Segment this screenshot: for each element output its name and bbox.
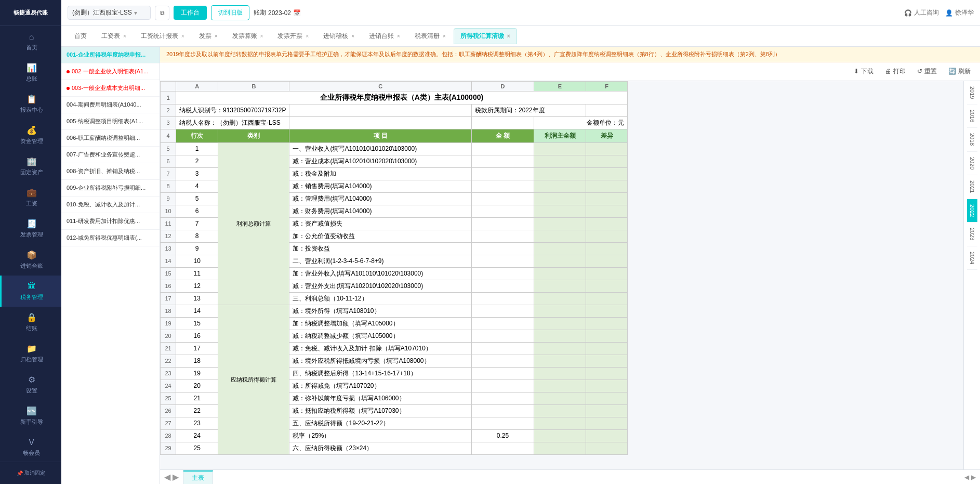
tab-close-icon[interactable]: × <box>507 33 510 39</box>
assets-icon: 🏢 <box>27 156 37 166</box>
tab-label: 进销稽核 <box>323 32 348 41</box>
invoice-icon: 🧾 <box>27 219 37 229</box>
download-icon: ⬇ <box>854 68 859 75</box>
title-row: 1企业所得税年度纳税申报表（A类）主表(A100000) <box>161 91 628 104</box>
refresh-button[interactable]: 🔄 刷新 <box>945 66 974 77</box>
col-header-a: A <box>176 81 218 91</box>
year-item-2022[interactable]: 2022 <box>967 199 977 223</box>
chevron-down-icon: ▾ <box>134 9 137 17</box>
copy-icon[interactable]: ⧉ <box>155 6 169 20</box>
tab-invoice_open[interactable]: 发票开票× <box>271 28 315 44</box>
left-panel-item-012[interactable]: 012-减免所得税优惠明细表(... <box>61 230 160 246</box>
company-selector[interactable]: (勿删）江西服宝-LSS ▾ <box>68 6 151 20</box>
title-cell: 企业所得税年度纳税申报表（A类）主表(A100000) <box>176 91 628 104</box>
sidebar-item-newguide[interactable]: 🆕新手引导 <box>0 400 61 431</box>
table-row: 1814应纳税所得额计算减：境外所得（填写A108010） <box>161 305 628 317</box>
left-panel-item-010[interactable]: 010-免税、减计收入及加计... <box>61 197 160 213</box>
left-panel-item-002[interactable]: 002-一般企业收入明细表(A1... <box>61 63 160 80</box>
tab-close-icon[interactable]: × <box>351 33 354 39</box>
sidebar-footer: 📌 取消固定 <box>0 462 61 484</box>
left-panel-item-004[interactable]: 004-期间费用明细表(A1040... <box>61 97 160 113</box>
sidebar-item-label: 固定资产 <box>20 168 43 176</box>
left-panel-item-008[interactable]: 008-资产折旧、摊销及纳税... <box>61 163 160 180</box>
col-header-利润主全额: 利润主全额 <box>534 129 586 142</box>
sidebar-item-archive[interactable]: 📁归档管理 <box>0 338 61 369</box>
scroll-left-icon[interactable]: ◀ <box>964 474 969 481</box>
sidebar-item-purchase[interactable]: 📦进销台账 <box>0 244 61 276</box>
sidebar-item-invoice[interactable]: 🧾发票管理 <box>0 213 61 244</box>
tab-close-icon[interactable]: × <box>215 33 218 39</box>
close-icon: 🔒 <box>27 312 37 322</box>
tab-tax_clearance[interactable]: 税表清册× <box>408 28 453 44</box>
category-cell: 利润总额计算 <box>218 142 289 305</box>
print-button[interactable]: 🖨 打印 <box>882 66 909 77</box>
error-dot <box>67 87 70 90</box>
period-label: 账期 2023-02 📅 <box>254 8 301 17</box>
year-item-2024[interactable]: 2024 <box>967 246 977 270</box>
tab-close-icon[interactable]: × <box>123 33 126 39</box>
col-header-row <box>161 81 176 91</box>
tab-close-icon[interactable]: × <box>443 33 446 39</box>
sidebar-item-settings[interactable]: ⚙设置 <box>0 369 61 400</box>
service-btn[interactable]: 🎧 人工咨询 <box>904 8 939 17</box>
sidebar-item-tax[interactable]: 🏛税务管理 <box>0 276 61 307</box>
tab-sales_ledger[interactable]: 进销台账× <box>362 28 407 44</box>
year-item-2023[interactable]: 2023 <box>967 223 977 246</box>
tab-income_tax[interactable]: 所得税汇算清缴× <box>454 28 517 44</box>
tab-salary_stats[interactable]: 工资统计报表× <box>134 28 191 44</box>
reset-button[interactable]: ↺ 重置 <box>914 66 940 77</box>
bottom-bar: ◀ ▶ 主表 ◀ ▶ <box>160 469 980 484</box>
year-item-2021[interactable]: 2021 <box>967 175 977 199</box>
tab-sales_check[interactable]: 进销稽核× <box>316 28 361 44</box>
sidebar-item-home[interactable]: ⌂首页 <box>0 26 61 57</box>
calendar-icon[interactable]: 📅 <box>293 9 301 17</box>
year-item-2018[interactable]: 2018 <box>967 128 977 151</box>
left-panel-item-007[interactable]: 007-广告费和业务宣传费超... <box>61 147 160 163</box>
tab-close-icon[interactable]: × <box>397 33 400 39</box>
left-panel-item-005[interactable]: 005-纳税调整项目明细表(A1... <box>61 113 160 130</box>
scroll-right-icon[interactable]: ▶ <box>971 474 976 481</box>
tab-label: 税表清册 <box>415 32 440 41</box>
tab-invoice_list[interactable]: 发票× <box>192 28 224 44</box>
tab-close-icon[interactable]: × <box>181 33 184 39</box>
left-panel-item-006[interactable]: 006-职工薪酬纳税调整明细... <box>61 130 160 147</box>
info-row-taxid: 2 纳税人识别号：91320500703719732P 税款所属期间：2022年… <box>161 104 628 116</box>
tab-home[interactable]: 首页 <box>68 28 94 44</box>
tab-close-icon[interactable]: × <box>306 33 309 39</box>
year-item-2016[interactable]: 2016 <box>967 104 977 128</box>
left-panel-item-009[interactable]: 009-企业所得税附补亏损明细... <box>61 180 160 197</box>
tab-invoice_calc[interactable]: 发票算账× <box>226 28 270 44</box>
year-item-2019[interactable]: 2019 <box>967 81 977 104</box>
sidebar-item-report[interactable]: 📋报表中心 <box>0 88 61 120</box>
tab-close-icon[interactable]: × <box>260 33 263 39</box>
archive-icon: 📁 <box>27 344 37 354</box>
col-header-c: C <box>289 81 472 91</box>
unpin-button[interactable]: 📌 取消固定 <box>12 467 49 479</box>
left-panel-item-011[interactable]: 011-研发费用加计扣除优惠... <box>61 213 160 230</box>
sheet-tab-main[interactable]: 主表 <box>183 470 213 485</box>
sidebar-item-capital[interactable]: 💰资金管理 <box>0 120 61 151</box>
spreadsheet-wrapper: A B C D E F 1企业所得税年度纳税申报表（A类）主表(A100000)… <box>160 81 980 470</box>
spreadsheet-main[interactable]: A B C D E F 1企业所得税年度纳税申报表（A类）主表(A100000)… <box>160 81 963 470</box>
sheet-nav-prev[interactable]: ◀ ▶ <box>160 470 183 484</box>
capital-icon: 💰 <box>27 125 37 135</box>
tab-label: 发票开票 <box>277 32 302 41</box>
sidebar-item-close[interactable]: 🔒结账 <box>0 307 61 338</box>
left-panel-item-003[interactable]: 003-一般企业成本支出明细... <box>61 80 160 97</box>
year-panel: 20192016201820202021202220232024 <box>963 81 980 470</box>
user-profile[interactable]: 👤 徐泽华 <box>945 8 974 17</box>
sidebar-item-general[interactable]: 📊总账 <box>0 57 61 88</box>
sidebar-item-vip[interactable]: V畅会员 <box>0 431 61 462</box>
left-panel-item-001[interactable]: 001-企业所得税年度纳税申报... <box>61 47 160 63</box>
sidebar-item-label: 工资 <box>26 200 37 207</box>
switch-old-button[interactable]: 切到旧版 <box>211 5 249 20</box>
tab-salary[interactable]: 工资表× <box>95 28 133 44</box>
download-button[interactable]: ⬇ 下载 <box>851 66 877 77</box>
col-header-项 目: 项 目 <box>289 129 472 142</box>
sidebar-item-assets[interactable]: 🏢固定资产 <box>0 151 61 182</box>
workbench-button[interactable]: 工作台 <box>174 6 207 20</box>
year-item-2020[interactable]: 2020 <box>967 152 977 175</box>
sidebar-item-label: 首页 <box>26 44 37 51</box>
sidebar-item-label: 结账 <box>26 324 37 332</box>
sidebar-item-salary[interactable]: 💼工资 <box>0 182 61 213</box>
